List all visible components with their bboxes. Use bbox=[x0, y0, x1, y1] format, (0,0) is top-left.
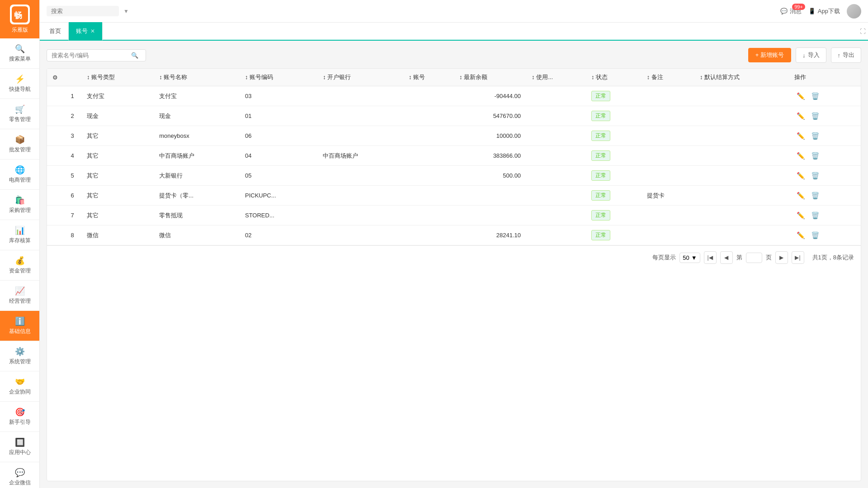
row-remark: 提货卡 bbox=[642, 186, 694, 206]
user-avatar[interactable] bbox=[847, 4, 861, 19]
sidebar-item-app-center[interactable]: 🔲 应用中心 bbox=[0, 432, 39, 462]
tab-account-close-icon[interactable]: ✕ bbox=[90, 28, 95, 34]
sidebar-item-enterprise-agreement[interactable]: 🤝 企业协同 bbox=[0, 371, 39, 402]
col-remark-label: ↕ 备注 bbox=[647, 74, 663, 80]
delete-row-button[interactable]: 🗑️ bbox=[809, 171, 822, 181]
row-index: 2 bbox=[63, 106, 81, 126]
delete-row-button[interactable]: 🗑️ bbox=[809, 211, 822, 221]
sidebar-item-inventory[interactable]: 📊 库存核算 bbox=[0, 220, 39, 250]
account-table: ⚙ ↕ 账号类型 ↕ 账号名称 ↕ 账号编码 ↕ 开户银行 bbox=[47, 69, 861, 245]
table-row: 2 现金 现金 01 547670.00 正常 ✏️ 🗑️ bbox=[47, 106, 861, 126]
col-balance[interactable]: ↕ 最新余额 bbox=[454, 69, 526, 86]
row-status: 正常 bbox=[586, 206, 642, 225]
col-bank[interactable]: ↕ 开户银行 bbox=[317, 69, 403, 86]
account-search-icon[interactable]: 🔍 bbox=[131, 52, 138, 59]
sidebar-item-quick-nav[interactable]: ⚡ 快捷导航 bbox=[0, 69, 39, 99]
row-actions: ✏️ 🗑️ bbox=[789, 126, 861, 146]
page-toolbar: 🔍 + 新增账号 ↓ 导入 ↑ 导出 bbox=[47, 47, 861, 63]
sidebar-item-business-mgmt[interactable]: 📈 经营管理 bbox=[0, 281, 39, 311]
col-remark[interactable]: ↕ 备注 bbox=[642, 69, 694, 86]
delete-row-button[interactable]: 🗑️ bbox=[809, 91, 822, 101]
next-page-button[interactable]: ▶ bbox=[775, 251, 788, 264]
row-account-no bbox=[403, 206, 454, 225]
col-action: 操作 bbox=[789, 69, 861, 86]
col-name[interactable]: ↕ 账号名称 bbox=[154, 69, 240, 86]
row-bank bbox=[317, 225, 403, 245]
tab-expand-button[interactable]: ⛶ bbox=[860, 28, 866, 35]
delete-row-button[interactable]: 🗑️ bbox=[809, 131, 822, 141]
row-actions: ✏️ 🗑️ bbox=[789, 146, 861, 166]
account-search-box: 🔍 bbox=[47, 49, 146, 61]
row-type: 支付宝 bbox=[81, 86, 154, 106]
export-icon: ↑ bbox=[838, 52, 841, 59]
first-page-button[interactable]: |◀ bbox=[704, 251, 717, 264]
edit-row-button[interactable]: ✏️ bbox=[794, 151, 807, 161]
col-code[interactable]: ↕ 账号编码 bbox=[240, 69, 317, 86]
edit-row-button[interactable]: ✏️ bbox=[794, 131, 807, 141]
edit-row-button[interactable]: ✏️ bbox=[794, 91, 807, 101]
import-button[interactable]: ↓ 导入 bbox=[796, 47, 826, 63]
col-status[interactable]: ↕ 状态 bbox=[586, 69, 642, 86]
sidebar-item-purchase-mgmt[interactable]: 🛍️ 采购管理 bbox=[0, 190, 39, 220]
add-account-button[interactable]: + 新增账号 bbox=[748, 48, 791, 62]
per-page-select[interactable]: 50 ▼ bbox=[679, 253, 700, 263]
row-type: 其它 bbox=[81, 186, 154, 206]
col-type[interactable]: ↕ 账号类型 bbox=[81, 69, 154, 86]
col-config[interactable]: ⚙ bbox=[47, 69, 63, 86]
top-header-dropdown-arrow[interactable]: ▼ bbox=[123, 8, 129, 14]
row-type: 其它 bbox=[81, 166, 154, 186]
sidebar-item-finance-mgmt[interactable]: 💰 资金管理 bbox=[0, 250, 39, 281]
col-index bbox=[63, 69, 81, 86]
col-account-no[interactable]: ↕ 账号 bbox=[403, 69, 454, 86]
row-actions: ✏️ 🗑️ bbox=[789, 186, 861, 206]
row-status: 正常 bbox=[586, 166, 642, 186]
sidebar-item-wholesale-mgmt[interactable]: 📦 批发管理 bbox=[0, 129, 39, 160]
sidebar-item-basic-info[interactable]: ℹ️ 基础信息 bbox=[0, 311, 39, 341]
row-config-cell bbox=[47, 86, 63, 106]
new-guide-icon: 🎯 bbox=[15, 407, 25, 417]
sidebar-item-search-orders[interactable]: 🔍 搜索菜单 bbox=[0, 38, 39, 69]
col-usage[interactable]: ↕ 使用... bbox=[526, 69, 586, 86]
page-input[interactable]: 1 bbox=[746, 253, 762, 263]
last-page-button[interactable]: ▶| bbox=[792, 251, 804, 264]
export-button[interactable]: ↑ 导出 bbox=[831, 47, 862, 63]
row-balance bbox=[454, 206, 526, 225]
tab-account[interactable]: 账号 ✕ bbox=[69, 22, 103, 40]
delete-row-button[interactable]: 🗑️ bbox=[809, 151, 822, 161]
edit-row-button[interactable]: ✏️ bbox=[794, 191, 807, 201]
row-bank bbox=[317, 166, 403, 186]
edit-row-button[interactable]: ✏️ bbox=[794, 211, 807, 221]
prev-page-button[interactable]: ◀ bbox=[720, 251, 733, 264]
top-header-search-input[interactable] bbox=[51, 8, 105, 14]
sidebar-item-ecommerce-mgmt[interactable]: 🌐 电商管理 bbox=[0, 160, 39, 190]
row-account-no bbox=[403, 166, 454, 186]
edit-row-button[interactable]: ✏️ bbox=[794, 230, 807, 240]
sidebar-item-system-mgmt[interactable]: ⚙️ 系统管理 bbox=[0, 341, 39, 371]
sidebar-item-new-guide[interactable]: 🎯 新手引导 bbox=[0, 402, 39, 432]
sidebar-item-label: 系统管理 bbox=[9, 358, 31, 366]
top-header: ▼ 💬 消息 99+ 📱 App下载 bbox=[40, 0, 868, 23]
row-config-cell bbox=[47, 166, 63, 186]
sidebar-item-retail-mgmt[interactable]: 🛒 零售管理 bbox=[0, 99, 39, 129]
col-type-label: ↕ 账号类型 bbox=[87, 74, 115, 80]
app-download-button[interactable]: 📱 App下载 bbox=[808, 7, 840, 15]
row-type: 其它 bbox=[81, 126, 154, 146]
delete-row-button[interactable]: 🗑️ bbox=[809, 111, 822, 121]
message-button[interactable]: 💬 消息 99+ bbox=[780, 7, 802, 15]
account-search-input[interactable] bbox=[52, 52, 128, 59]
delete-row-button[interactable]: 🗑️ bbox=[809, 230, 822, 240]
enterprise-wechat-icon: 💬 bbox=[15, 468, 25, 478]
row-balance: -90444.00 bbox=[454, 86, 526, 106]
edit-row-button[interactable]: ✏️ bbox=[794, 111, 807, 121]
delete-row-button[interactable]: 🗑️ bbox=[809, 191, 822, 201]
edit-row-button[interactable]: ✏️ bbox=[794, 171, 807, 181]
sidebar-item-enterprise-wechat[interactable]: 💬 企业微信 bbox=[0, 462, 39, 488]
tab-home[interactable]: 首页 bbox=[42, 22, 69, 40]
row-actions: ✏️ 🗑️ bbox=[789, 225, 861, 245]
status-badge: 正常 bbox=[591, 210, 610, 221]
row-code: STORED... bbox=[240, 206, 317, 225]
row-usage bbox=[526, 126, 586, 146]
wholesale-mgmt-icon: 📦 bbox=[15, 135, 25, 145]
sidebar-item-label: 搜索菜单 bbox=[9, 55, 31, 63]
col-default-payment[interactable]: ↕ 默认结算方式 bbox=[694, 69, 789, 86]
